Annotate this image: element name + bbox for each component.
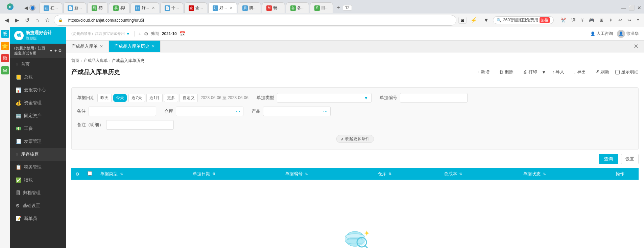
app-logo-icon[interactable]: 畅 (1, 30, 9, 38)
new-tab-button[interactable]: + (334, 4, 343, 12)
sidebar-item-new-bill[interactable]: 📝 新单员 (10, 212, 66, 225)
tab-5-close-icon[interactable]: ✕ (152, 6, 155, 10)
bookmark-button[interactable]: ☆ (43, 16, 52, 24)
page-tab-list-close-icon[interactable]: ✕ (100, 44, 103, 49)
user-info[interactable]: 👤 徐泽华 (617, 30, 639, 38)
sidebar-company[interactable]: (勿删勿禁用）江西服宝测试专用 ▼ + ⚙ (10, 44, 66, 58)
icon-bar-item-1[interactable]: ⭐ (1, 42, 9, 50)
th-bill-status[interactable]: 单据状态 ⇅ (519, 168, 612, 180)
icon-bar-item-2[interactable]: 微 (1, 54, 9, 62)
delete-button[interactable]: 🗑 删除 (496, 68, 517, 76)
date-btn-custom[interactable]: 自定义 (180, 94, 198, 102)
extensions-button[interactable]: ⊞ (458, 17, 467, 24)
translate-button[interactable]: 译 (569, 17, 578, 24)
query-button[interactable]: 查询 (599, 154, 618, 164)
minimize-button[interactable]: — (621, 5, 626, 10)
browser-tab-9[interactable]: 腾 腾... (238, 2, 261, 13)
print-btn-group[interactable]: 🖨 打印 ▼ (520, 68, 546, 76)
refresh-button[interactable]: ↺ (23, 16, 31, 24)
sidebar-item-general-ledger[interactable]: 📒 总账 (10, 71, 66, 84)
browser-tab-12[interactable]: S 目... (310, 2, 333, 13)
close-panel-icon[interactable]: ✕ (634, 43, 644, 50)
home-button[interactable]: ⌂ (33, 17, 41, 24)
address-input[interactable] (64, 17, 452, 24)
remark-input[interactable] (89, 107, 156, 116)
game-button[interactable]: 🎮 (587, 17, 596, 23)
sidebar-item-settlement[interactable]: ✅ 结账 (10, 174, 66, 186)
product-select[interactable]: ··· (263, 107, 331, 116)
date-btn-today[interactable]: 今天 (113, 94, 127, 102)
browser-tab-7[interactable]: 企 企... (184, 2, 207, 13)
company-selector[interactable]: (勿删勿禁用）江西服宝测试专用 ▼ (71, 31, 130, 36)
browser-tab-6[interactable]: 📄 个... (160, 2, 183, 13)
icon-bar-item-3[interactable]: ✉ (1, 66, 9, 74)
refresh-button[interactable]: ↺ 刷新 (592, 68, 613, 76)
th-bill-date[interactable]: 单据日期 ⇅ (189, 168, 281, 180)
restore-button[interactable]: ⬜ (629, 5, 635, 10)
brightness-button[interactable]: ☀ (607, 17, 615, 23)
dropdown-button[interactable]: ▼ (481, 17, 491, 24)
select-all-checkbox[interactable] (88, 171, 92, 176)
remark-detail-input[interactable] (106, 120, 174, 130)
print-button[interactable]: 🖨 打印 (520, 68, 541, 76)
nav-tab[interactable]: ◀ 🔵 (22, 2, 38, 13)
sidebar-item-fund-mgmt[interactable]: 💰 资金管理 (10, 96, 66, 109)
settings-button[interactable]: 设置 (621, 154, 639, 164)
date-btn-yesterday[interactable]: 昨天 (97, 94, 112, 102)
sidebar-item-basic-settings[interactable]: ⚙ 基础设置 (10, 199, 66, 212)
currency-button[interactable]: ¥ (579, 17, 586, 23)
sidebar-item-tax[interactable]: 📋 税务管理 (10, 161, 66, 174)
date-btn-more[interactable]: 更多 (164, 94, 178, 102)
add-company-icon[interactable]: + (54, 48, 57, 53)
add-period-btn[interactable]: + (139, 31, 141, 37)
grid-button[interactable]: ⊞ (598, 17, 605, 23)
sidebar-item-inventory[interactable]: ⌂ 库存核算 (10, 148, 66, 161)
forward-button[interactable]: ▶ (13, 16, 21, 24)
browser-tab-5[interactable]: 好 好... ✕ (130, 2, 159, 13)
th-checkbox[interactable] (84, 168, 96, 180)
search-bar[interactable]: 🔍 360智能抠图免费用 热搜 (493, 16, 554, 24)
show-cols-control[interactable]: 显示明细 (615, 69, 639, 75)
show-cols-checkbox[interactable] (615, 70, 620, 74)
back-button[interactable]: ◀ (3, 16, 11, 24)
sidebar-item-fixed-assets[interactable]: 🏢 固定资产 (10, 109, 66, 122)
browser-tab-2[interactable]: 📄 新... (63, 2, 86, 13)
browser-tab-3[interactable]: 易 易l (87, 2, 108, 13)
warehouse-select[interactable]: ··· (176, 107, 243, 116)
calendar-icon[interactable]: 📅 (180, 31, 185, 37)
th-bill-no[interactable]: 单据编号 ⇅ (281, 168, 374, 180)
warehouse-dots-icon[interactable]: ··· (236, 108, 240, 114)
flash-button[interactable]: ⚡ (469, 16, 479, 24)
bill-number-input[interactable] (400, 93, 468, 103)
browser-tab-10[interactable]: M 畅... (262, 2, 285, 13)
browser-tab-1[interactable]: 在 在... (39, 2, 62, 13)
import-button[interactable]: ↑ 导入 (549, 68, 568, 76)
product-dots-icon[interactable]: ··· (323, 108, 328, 114)
date-btn-7days[interactable]: 近7天 (128, 94, 145, 102)
scissors-button[interactable]: ✂️ (558, 17, 568, 23)
th-gear[interactable]: ⚙ (71, 168, 84, 180)
export-button[interactable]: ↓ 导出 (570, 68, 589, 76)
browser-tab-11[interactable]: 各 各... (286, 2, 309, 13)
page-tab-history[interactable]: 产成品入库单历史 ✕ (109, 41, 161, 52)
th-bill-type[interactable]: 单据类型 ⇅ (96, 168, 189, 180)
menu-button[interactable]: ≡ (635, 17, 641, 23)
collapse-button[interactable]: ∧ 收起更多条件 (336, 135, 374, 143)
sidebar-item-payroll[interactable]: 💵 工资 (10, 122, 66, 135)
browser-tab-4[interactable]: 易 易t (109, 2, 129, 13)
sidebar-item-archive[interactable]: 🗄 归档管理 (10, 186, 66, 199)
tab-8-close-icon[interactable]: ✕ (230, 6, 233, 10)
print-dropdown-icon[interactable]: ▼ (542, 70, 546, 75)
user-service-btn[interactable]: 👤 人工咨询 (590, 31, 613, 37)
th-warehouse[interactable]: 仓库 ⇅ (374, 168, 440, 180)
redo-button[interactable]: ↪ (625, 17, 633, 23)
browser-tab-8[interactable]: 好 好... ✕ (208, 2, 237, 13)
settings-company-icon[interactable]: ⚙ (58, 48, 62, 53)
sidebar-item-invoice[interactable]: 🧾 发票管理 (10, 135, 66, 148)
date-btn-1month[interactable]: 近1月 (146, 94, 163, 102)
page-tab-history-close-icon[interactable]: ✕ (151, 44, 155, 49)
page-tab-list[interactable]: 产成品入库单 ✕ (66, 41, 109, 52)
close-button[interactable]: ✕ (637, 5, 641, 10)
sidebar-item-home[interactable]: ⌂ 首页 (10, 58, 66, 71)
undo-button[interactable]: ↩ (616, 17, 624, 23)
